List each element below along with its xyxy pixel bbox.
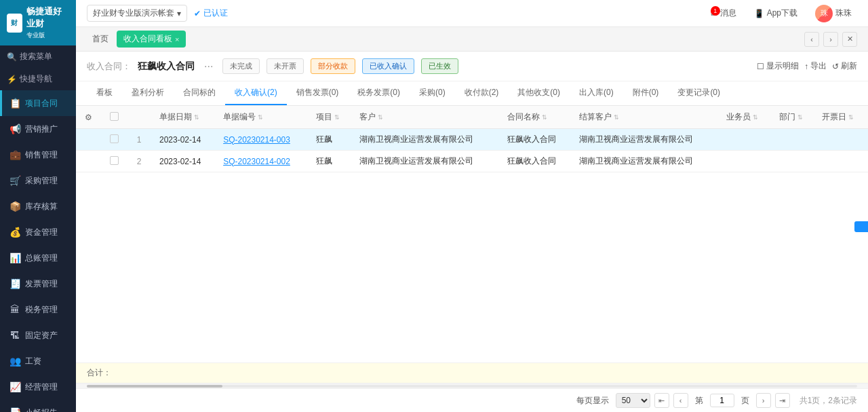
user-name: 珠珠	[835, 7, 852, 19]
page-number-input[interactable]	[710, 394, 734, 407]
inventory-icon: 📦	[9, 200, 21, 212]
tab-in-out-store[interactable]: 出入库(0)	[570, 81, 623, 105]
status-effective[interactable]: 已生效	[421, 58, 458, 74]
sidebar-item-funds[interactable]: 💰 资金管理	[0, 219, 76, 245]
per-page-label: 每页显示	[576, 395, 609, 407]
row-docno-0[interactable]: SQ-20230214-003	[216, 129, 309, 151]
refresh-button[interactable]: ↺ 刷新	[832, 60, 857, 72]
sort-salesperson[interactable]: 业务员 ⇅	[726, 111, 765, 123]
col-salesperson-header[interactable]: 业务员 ⇅	[719, 106, 772, 129]
sidebar-item-ops[interactable]: 📈 经营管理	[0, 374, 76, 400]
pagination: 每页显示 20 50 100 ⇤ ‹ 第 页 › ⇥ 共1页，2条记录	[76, 388, 868, 412]
sidebar-quicknav-label: 快捷导航	[20, 73, 52, 85]
tab-attachment[interactable]: 附件(0)	[623, 81, 669, 105]
tab-change-log[interactable]: 变更记录(0)	[668, 81, 730, 105]
status-confirmed[interactable]: 已收入确认	[362, 58, 414, 74]
sidebar-quicknav[interactable]: ⚡ 快捷导航	[0, 68, 76, 90]
sticky-note[interactable]: 备注	[854, 221, 868, 232]
scrollbar-thumb[interactable]	[87, 385, 222, 388]
tab-close-all-button[interactable]: ✕	[842, 32, 857, 47]
sidebar-item-invoice[interactable]: 🧾 发票管理	[0, 271, 76, 297]
row-checkbox-0[interactable]	[103, 129, 125, 151]
check-icon: ✔	[194, 9, 201, 18]
app-download-button[interactable]: 📱 App下载	[749, 5, 803, 22]
sort-department[interactable]: 部门 ⇅	[779, 111, 809, 123]
content-area: 收入合同： 狂飙收入合同 ··· 未完成 未开票 部分收款 已收入确认 已生效 …	[76, 52, 868, 412]
tab-home[interactable]: 首页	[87, 31, 114, 48]
sidebar-item-tax-label: 税务管理	[25, 304, 58, 316]
sidebar-item-tax[interactable]: 🏛 税务管理	[0, 297, 76, 322]
col-docno-header[interactable]: 单据编号 ⇅	[216, 106, 309, 129]
status-incomplete[interactable]: 未完成	[222, 58, 260, 74]
message-button[interactable]: ✉ 1 消息	[705, 5, 742, 22]
app-download-label: App下载	[767, 7, 797, 19]
page-last-button[interactable]: ⇥	[775, 393, 790, 408]
scrollbar-track[interactable]	[87, 385, 857, 388]
page-first-button[interactable]: ⇤	[654, 393, 669, 408]
sort-docno[interactable]: 单据编号 ⇅	[223, 111, 302, 123]
sort-icon-customer: ⇅	[378, 114, 383, 121]
user-profile[interactable]: 珠 珠珠	[810, 2, 857, 25]
row-check-0[interactable]	[110, 134, 119, 143]
tab-close-icon[interactable]: ×	[175, 35, 179, 43]
sidebar-item-sales[interactable]: 💼 销售管理	[0, 142, 76, 168]
sort-date[interactable]: 单据日期 ⇅	[159, 111, 210, 123]
per-page-select[interactable]: 20 50 100	[616, 393, 650, 408]
tab-profit[interactable]: 盈利分析	[122, 81, 174, 105]
sidebar-search[interactable]: 🔍 搜索菜单	[0, 45, 76, 68]
page-next-button[interactable]: ›	[756, 393, 771, 408]
export-button[interactable]: ↑ 导出	[804, 60, 827, 72]
sidebar-item-fixed-assets[interactable]: 🏗 固定资产	[0, 322, 76, 348]
row-checkbox-1[interactable]	[103, 151, 125, 172]
sort-project[interactable]: 项目 ⇅	[316, 111, 346, 123]
tab-contract-board[interactable]: 收入合同看板 ×	[117, 31, 186, 48]
sort-contractname[interactable]: 合同名称 ⇅	[507, 111, 566, 123]
company-selector[interactable]: 好业财专业版演示帐套 ▾	[87, 5, 187, 22]
sidebar-item-project[interactable]: 📋 项目合同	[0, 90, 76, 116]
col-settlecustomer-header[interactable]: 结算客户 ⇅	[572, 106, 719, 129]
tab-payment[interactable]: 收付款(2)	[455, 81, 509, 105]
sort-opendate[interactable]: 开票日 ⇅	[822, 111, 861, 123]
tab-tax-invoice[interactable]: 税务发票(0)	[348, 81, 410, 105]
settings-gear-icon[interactable]: ⚙	[83, 112, 94, 123]
tab-prev-button[interactable]: ‹	[804, 32, 819, 47]
tab-purchase[interactable]: 采购(0)	[410, 81, 455, 105]
sidebar-item-reports[interactable]: 📑 小畅报告	[0, 400, 76, 412]
row-check-1[interactable]	[110, 156, 119, 165]
refresh-label: 刷新	[841, 60, 857, 72]
sort-settlecustomer[interactable]: 结算客户 ⇅	[579, 111, 713, 123]
tab-next-button[interactable]: ›	[823, 32, 838, 47]
export-icon: ↑	[804, 62, 808, 71]
sidebar-item-inventory[interactable]: 📦 库存核算	[0, 193, 76, 219]
col-settings: ⚙	[76, 106, 103, 129]
marketing-icon: 📢	[9, 123, 21, 135]
tab-standard[interactable]: 合同标的	[174, 81, 225, 105]
col-customer-header[interactable]: 客户 ⇅	[353, 106, 500, 129]
col-date-header[interactable]: 单据日期 ⇅	[153, 106, 216, 129]
tab-sales-invoice[interactable]: 销售发票(0)	[287, 81, 349, 105]
col-opendate-header[interactable]: 开票日 ⇅	[815, 106, 868, 129]
tab-kanban[interactable]: 看板	[87, 81, 122, 105]
detail-checkbox[interactable]: ☐	[757, 62, 764, 71]
sidebar-item-general[interactable]: 📊 总账管理	[0, 245, 76, 271]
sort-customer[interactable]: 客户 ⇅	[359, 111, 493, 123]
main-content: 好业财专业版演示帐套 ▾ ✔ 已认证 ✉ 1 消息 📱 App下载 珠 珠珠 首…	[76, 0, 868, 412]
horizontal-scrollbar[interactable]	[76, 383, 868, 388]
more-options-icon[interactable]: ···	[201, 60, 216, 73]
col-department-header[interactable]: 部门 ⇅	[772, 106, 816, 129]
select-all-checkbox[interactable]	[110, 112, 119, 121]
message-badge-wrap: ✉ 1	[711, 9, 717, 18]
sidebar-item-purchase[interactable]: 🛒 采购管理	[0, 168, 76, 193]
page-prev-button[interactable]: ‹	[673, 393, 688, 408]
tab-other-receipt[interactable]: 其他收支(0)	[508, 81, 570, 105]
refresh-icon: ↺	[832, 62, 839, 71]
sidebar-item-marketing[interactable]: 📢 营销推广	[0, 116, 76, 142]
col-project-header[interactable]: 项目 ⇅	[309, 106, 353, 129]
status-partial-receipt[interactable]: 部分收款	[311, 58, 355, 74]
col-contractname-header[interactable]: 合同名称 ⇅	[500, 106, 572, 129]
tab-income-confirm[interactable]: 收入确认(2)	[225, 81, 287, 105]
sidebar-item-hr[interactable]: 👥 工资	[0, 348, 76, 374]
show-detail-button[interactable]: ☐ 显示明细	[757, 60, 799, 72]
status-uninvoiced[interactable]: 未开票	[267, 58, 304, 74]
row-docno-1[interactable]: SQ-20230214-002	[216, 151, 309, 172]
